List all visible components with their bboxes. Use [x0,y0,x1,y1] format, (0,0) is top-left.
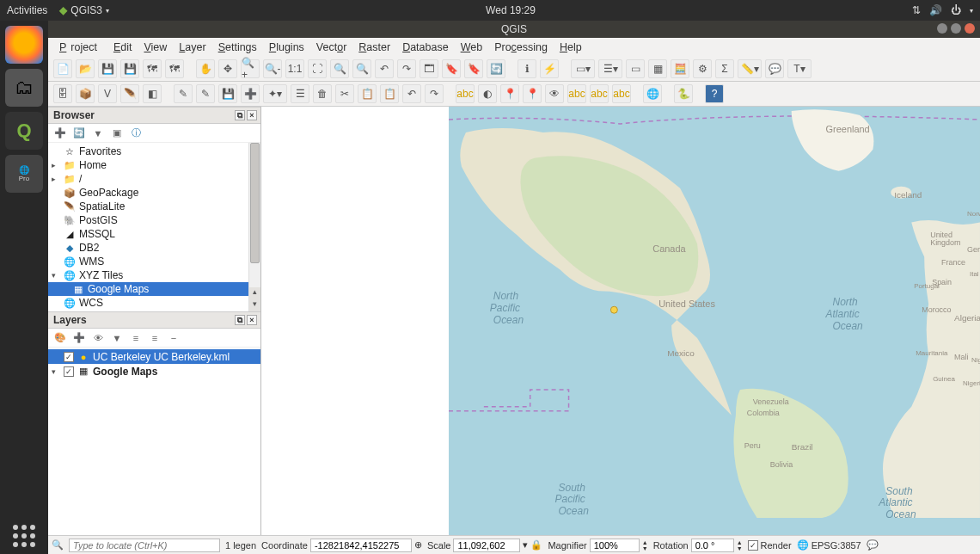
style-icon[interactable]: 🎨 [53,331,67,345]
browser-item-xyz-tiles[interactable]: ▾🌐XYZ Tiles [48,268,260,282]
magnifier-input[interactable] [590,539,640,552]
open-attribute-table-icon[interactable]: ▦ [648,59,667,78]
select-features-icon[interactable]: ▭▾ [571,59,595,78]
zoom-next-icon[interactable]: ↷ [397,59,416,78]
zoom-last-icon[interactable]: ↶ [375,59,394,78]
browser-item-wms[interactable]: 🌐WMS [48,255,260,268]
menu-project[interactable]: Project [55,40,106,55]
menu-layer[interactable]: Layer [175,40,210,55]
menu-web[interactable]: Web [456,40,487,55]
python-console-icon[interactable]: 🐍 [674,84,693,103]
zoom-native-icon[interactable]: 1:1 [285,59,304,78]
menu-database[interactable]: Database [398,40,453,55]
show-bookmarks-icon[interactable]: 🔖 [464,59,483,78]
measure-icon[interactable]: 📏▾ [738,59,762,78]
rotate-label-icon[interactable]: abc [590,84,609,103]
launcher-firefox[interactable] [5,26,43,64]
select-by-value-icon[interactable]: ☰▾ [598,59,622,78]
magnifier-stepper[interactable]: ▲▼ [642,539,648,551]
filter-browser-icon[interactable]: ▼ [91,126,105,140]
layer-visibility-checkbox[interactable]: ✓ [64,352,74,362]
scroll-down-icon[interactable]: ▾ [249,299,260,311]
browser-item-spatialite[interactable]: 🪶SpatiaLite [48,200,260,213]
launcher-google-earth[interactable]: 🌐Pro [5,155,43,193]
browser-item-root[interactable]: ▸📁/ [48,172,260,186]
menu-help[interactable]: Help [555,40,586,55]
map-tips-icon[interactable]: 💬 [765,59,784,78]
chevron-down-icon[interactable]: ▾ [970,7,973,15]
crs-icon[interactable]: 🌐 [797,539,809,551]
new-spatialite-icon[interactable]: 🪶 [120,84,139,103]
action-icon[interactable]: ⚡ [540,59,559,78]
expand-all-icon[interactable]: ≡ [129,331,143,345]
chevron-down-icon[interactable]: ▾ [523,539,528,551]
zoom-in-icon[interactable]: 🔍+ [241,59,260,78]
scrollbar-thumb[interactable] [250,143,260,263]
menu-processing[interactable]: Processing [490,40,552,55]
menu-raster[interactable]: Raster [354,40,395,55]
clock[interactable]: Wed 19:29 [109,4,912,16]
new-virtual-layer-icon[interactable]: ◧ [143,84,162,103]
browser-item-favorites[interactable]: ☆Favorites [48,145,260,158]
toggle-editing-icon[interactable]: ✎ [196,84,215,103]
coordinate-toggle-icon[interactable]: ⊕ [414,539,422,551]
save-icon[interactable]: 💾 [98,59,117,78]
rotation-stepper[interactable]: ▲▼ [737,539,743,551]
modify-attributes-icon[interactable]: ☰ [291,84,309,103]
remove-layer-icon[interactable]: − [167,331,181,345]
network-icon[interactable]: ⇅ [912,4,921,16]
visibility-icon[interactable]: 👁 [91,331,105,345]
new-print-layout-icon[interactable]: 🗺 [143,59,162,78]
coordinate-input[interactable] [310,539,412,552]
refresh-icon[interactable]: 🔄 [487,59,505,78]
power-icon[interactable]: ⏻ [951,4,961,16]
identify-icon[interactable]: ℹ [518,59,536,78]
zoom-to-selection-icon[interactable]: 🔍 [330,59,349,78]
zoom-to-layer-icon[interactable]: 🔍 [352,59,371,78]
new-map-view-icon[interactable]: 🗔 [420,59,438,78]
launcher-apps-grid[interactable] [0,525,48,547]
pin-labels-icon[interactable]: 📍 [523,84,542,103]
copy-features-icon[interactable]: 📋 [358,84,377,103]
label-icon[interactable]: abc [456,84,475,103]
browser-item-postgis[interactable]: 🐘PostGIS [48,213,260,227]
crs-label[interactable]: EPSG:3857 [812,540,861,551]
menu-edit[interactable]: Edit [109,40,137,55]
metasearch-icon[interactable]: 🌐 [643,84,662,103]
panel-undock-icon[interactable]: ⧉ [235,315,245,325]
vertex-tool-icon[interactable]: ✦▾ [263,84,287,103]
launcher-qgis[interactable] [5,112,43,150]
add-layer-icon[interactable]: ➕ [53,126,67,140]
scale-input[interactable] [453,539,520,552]
change-label-icon[interactable]: abc [612,84,631,103]
deselect-icon[interactable]: ▭ [626,59,645,78]
highlight-pinned-icon[interactable]: 📍 [500,84,519,103]
render-checkbox[interactable]: ✓ [748,540,758,551]
window-maximize[interactable] [951,23,961,34]
locator-input[interactable] [69,539,220,552]
menu-plugins[interactable]: Plugins [265,40,309,55]
collapse-all-icon[interactable]: ▣ [110,126,124,140]
pan-to-selection-icon[interactable]: ✥ [218,59,237,78]
zoom-out-icon[interactable]: 🔍- [263,59,282,78]
show-hide-labels-icon[interactable]: 👁 [545,84,564,103]
zoom-full-icon[interactable]: ⛶ [308,59,327,78]
undo-icon[interactable]: ↶ [402,84,421,103]
new-shapefile-icon[interactable]: V [98,84,117,103]
rotation-input[interactable] [691,539,734,552]
browser-item-google-maps[interactable]: ▦Google Maps [48,282,260,296]
pan-icon[interactable]: ✋ [196,59,215,78]
refresh-browser-icon[interactable]: 🔄 [72,126,86,140]
activities-button[interactable]: Activities [7,4,47,16]
browser-item-wcs[interactable]: 🌐WCS [48,296,260,310]
diagram-icon[interactable]: ◐ [478,84,497,103]
new-geopackage-icon[interactable]: 📦 [76,84,95,103]
menu-vector[interactable]: Vector [312,40,351,55]
layer-visibility-checkbox[interactable]: ✓ [64,366,74,377]
field-calculator-icon[interactable]: 🧮 [671,59,689,78]
layout-manager-icon[interactable]: 🗺 [165,59,184,78]
menu-view[interactable]: View [139,40,171,55]
panel-undock-icon[interactable]: ⧉ [235,110,245,120]
map-canvas[interactable]: Greenland Iceland Canada United States M… [261,107,980,535]
delete-selected-icon[interactable]: 🗑 [313,84,332,103]
